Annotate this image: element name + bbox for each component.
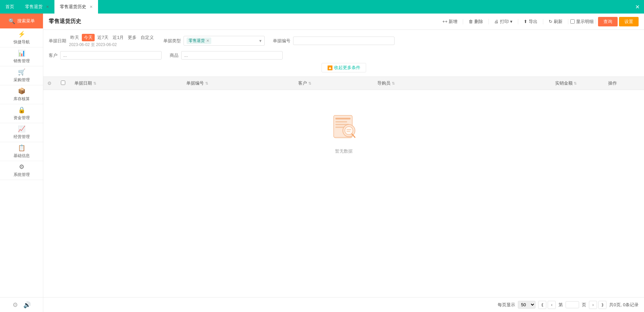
query-button[interactable]: 查询 [598,17,618,26]
goods-input[interactable] [181,51,283,60]
delete-button[interactable]: 🗑 删除 [465,17,486,26]
filter-row-1: 单据日期 昨天 今天 近7天 近1月 更多 自定义 2023-06-02 至 2… [49,34,639,48]
tab-retail-return-close[interactable]: ✕ [46,5,49,9]
display-toggle-label: 显示明细 [576,19,594,25]
date-filter: 单据日期 昨天 今天 近7天 近1月 更多 自定义 2023-06-02 至 2… [49,34,155,48]
page-unit: 页 [582,302,586,308]
sidebar-item-quick-nav-label: 快捷导航 [14,39,30,45]
tab-retail-return-history[interactable]: 零售退货历史 ✕ [54,0,98,14]
today-btn[interactable]: 今天 [82,34,95,41]
type-tag-close[interactable]: ✕ [206,39,209,43]
table-header-row: ⚙ 单据日期 单据编号 客户 [43,77,644,90]
sidebar-item-quick-nav[interactable]: ⚡ 快捷导航 [0,28,43,47]
last7days-btn[interactable]: 近7天 [96,34,110,41]
sidebar-item-purchase-mgmt[interactable]: 🛒 采购管理 [0,66,43,85]
col-amount[interactable]: 实销金额 [469,77,581,90]
table-settings-icon[interactable]: ⚙ [47,81,52,86]
sidebar-item-basic-info[interactable]: 📋 基础信息 [0,142,43,161]
yesterday-btn[interactable]: 昨天 [69,34,80,41]
svg-rect-2 [335,121,347,122]
search-menu-button[interactable]: 🔍 搜索菜单 [0,14,43,28]
col-voucher-no[interactable]: 单据编号 [182,77,294,90]
system-icon: ⚙ [19,163,24,171]
col-date[interactable]: 单据日期 [70,77,182,90]
purchase-icon: 🛒 [18,68,25,76]
col-customer[interactable]: 客户 [294,77,373,90]
page-title: 零售退货历史 [49,18,435,25]
empty-illustration [327,110,361,144]
date-range-display: 2023-06-02 至 2023-06-02 [69,42,155,48]
display-toggle-checkbox[interactable] [570,19,575,24]
col-guide-label: 导购员 [377,81,390,86]
goods-filter: 商品 [170,51,283,60]
query-label: 查询 [603,19,612,24]
date-label: 单据日期 [49,38,66,44]
tab-home[interactable]: 首页 [0,0,20,14]
finance-icon: 🔒 [18,106,25,114]
sidebar-bottom: ⚙ 🔊 [0,297,43,312]
tab-home-label: 首页 [5,4,14,10]
settings-label: 设置 [624,19,633,24]
col-date-label: 单据日期 [74,81,92,86]
filter-row-2: 客户 商品 [49,51,639,60]
tab-retail-return-history-label: 零售退货历史 [60,4,86,10]
pagination: 每页显示 20 50 100 ⟪ ‹ 第 1 页 › ⟫ 共0页, 0条记录 [43,297,644,312]
table-head: ⚙ 单据日期 单据编号 客户 [43,77,644,90]
page-input[interactable]: 1 [566,301,579,308]
volume-icon[interactable]: 🔊 [23,301,31,309]
collapse-button[interactable]: 🔼 收起更多条件 [321,63,366,72]
empty-text: 暂无数据 [335,148,353,154]
sidebar-item-system-mgmt[interactable]: ⚙ 系统管理 [0,161,43,180]
col-voucher-no-label: 单据编号 [186,81,204,86]
window-close-button[interactable]: ✕ [630,0,644,14]
divider4 [543,19,543,24]
sidebar-item-inventory-label: 库存核算 [14,96,30,102]
sidebar-item-sales-mgmt[interactable]: 📊 销售管理 [0,47,43,66]
content-area: 零售退货历史 + + 新增 🗑 删除 🖨 打印 ▾ ⬆ [43,14,644,312]
sidebar-item-finance[interactable]: 🔒 资金管理 [0,104,43,123]
total-info: 共0页, 0条记录 [609,302,639,308]
print-button[interactable]: 🖨 打印 ▾ [491,17,516,26]
select-all-checkbox[interactable] [61,81,65,85]
collapse-label: 收起更多条件 [334,65,360,71]
table-area: ⚙ 单据日期 单据编号 客户 [43,77,644,297]
settings-gear-icon[interactable]: ⚙ [13,301,18,309]
new-icon: + [443,19,445,24]
sidebar-item-inventory[interactable]: 📦 库存核算 [0,85,43,104]
sidebar-item-basic-info-label: 基础信息 [14,153,30,159]
display-toggle[interactable]: 显示明细 [570,19,594,25]
last1month-btn[interactable]: 近1月 [111,34,125,41]
tab-retail-return-history-close[interactable]: ✕ [90,5,93,9]
export-button[interactable]: ⬆ 导出 [520,17,541,26]
type-label: 单据类型 [163,38,181,44]
customer-input[interactable] [60,51,162,60]
tab-retail-return[interactable]: 零售退货 ✕ [20,0,54,14]
settings-button[interactable]: 设置 [619,17,639,26]
new-button[interactable]: + + 新增 [439,17,461,26]
col-guide[interactable]: 导购员 [373,77,469,90]
search-icon: 🔍 [8,18,15,24]
refresh-icon: ↻ [549,19,552,24]
page-last-button[interactable]: ⟫ [598,301,606,309]
sidebar: 🔍 搜索菜单 ⚡ 快捷导航 📊 销售管理 🛒 采购管理 📦 库存核算 🔒 资金管… [0,14,43,312]
page-next-button[interactable]: › [589,301,597,309]
header-actions: + + 新增 🗑 删除 🖨 打印 ▾ ⬆ 导出 [439,17,639,26]
page-prev-button[interactable]: ‹ [548,301,556,309]
sidebar-item-operations[interactable]: 📈 经营管理 [0,123,43,142]
tab-bar: 首页 零售退货 ✕ 零售退货历史 ✕ [0,0,630,14]
refresh-button[interactable]: ↻ 刷新 [545,17,566,26]
operations-icon: 📈 [18,125,25,133]
date-shortcuts: 昨天 今天 近7天 近1月 更多 自定义 [69,34,155,41]
page-nav: ⟪ ‹ 第 1 页 › ⟫ [538,301,606,309]
type-tag: 零售退货 ✕ [187,38,211,44]
divider6 [596,19,596,24]
type-select[interactable]: 零售退货 ✕ ▾ [184,36,265,46]
voucher-input[interactable] [293,37,395,45]
page-first-button[interactable]: ⟪ [538,301,546,309]
page-size-select[interactable]: 20 50 100 [518,301,535,309]
more-btn[interactable]: 更多 [126,34,138,41]
custom-btn[interactable]: 自定义 [139,34,155,41]
customer-label: 客户 [49,52,57,59]
svg-point-6 [345,127,353,135]
page-header: 零售退货历史 + + 新增 🗑 删除 🖨 打印 ▾ ⬆ [43,14,644,30]
